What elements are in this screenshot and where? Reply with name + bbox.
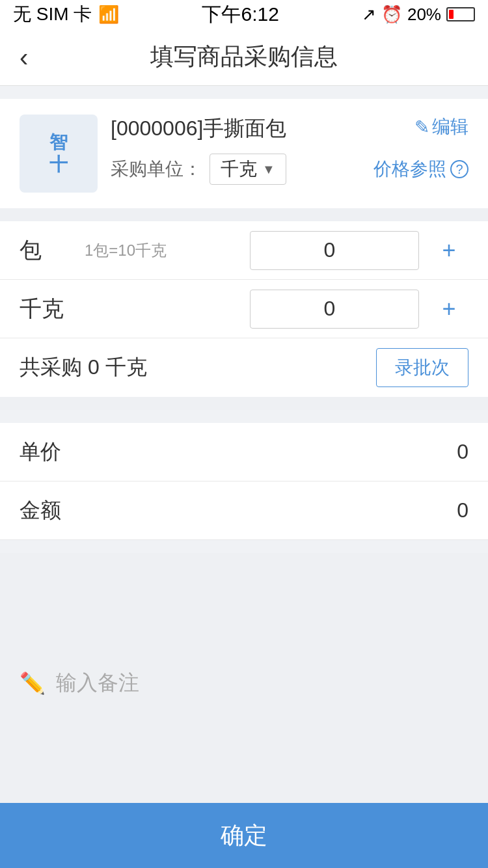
price-ref-help-icon: ? — [450, 160, 468, 178]
unit-price-row: 单价 0 — [0, 423, 488, 481]
status-right: ↗ ⏰ 20% — [362, 5, 475, 25]
page-title: 填写商品采购信息 — [150, 41, 338, 73]
battery-icon — [446, 7, 475, 21]
edit-label: 编辑 — [432, 115, 468, 139]
dropdown-arrow-icon: ▼ — [262, 162, 275, 177]
edit-button[interactable]: ✎ 编辑 — [414, 115, 468, 139]
price-ref-label: 价格参照 — [373, 157, 446, 182]
purchase-unit-left: 采购单位： 千克 ▼ — [111, 154, 286, 185]
amount-label: 金额 — [20, 496, 61, 525]
kg-plus-button[interactable]: + — [429, 290, 468, 329]
purchase-unit-row: 采购单位： 千克 ▼ 价格参照 ? — [111, 154, 468, 185]
pack-sublabel: 1包=10千克 — [85, 240, 237, 261]
back-button[interactable]: ‹ — [20, 44, 28, 70]
battery-percent: 20% — [407, 5, 441, 25]
carrier-text: 无 SIM 卡 — [13, 2, 92, 27]
unit-price-label: 单价 — [20, 438, 61, 467]
pack-input[interactable] — [250, 231, 419, 270]
section-divider-2 — [0, 397, 488, 410]
kg-input[interactable] — [250, 290, 419, 329]
location-icon: ↗ — [362, 5, 376, 25]
unit-value: 千克 — [221, 157, 257, 182]
note-section[interactable]: ✏️ 输入备注 — [0, 553, 488, 813]
amount-row: 金额 0 — [0, 481, 488, 540]
pack-plus-button[interactable]: + — [429, 231, 468, 270]
confirm-label: 确定 — [221, 820, 267, 852]
section-divider-1 — [0, 208, 488, 221]
pack-input-wrapper: + — [250, 231, 468, 270]
nav-bar: ‹ 填写商品采购信息 — [0, 29, 488, 86]
status-bar: 无 SIM 卡 📶 下午6:12 ↗ ⏰ 20% — [0, 0, 488, 29]
alarm-icon: ⏰ — [381, 5, 402, 25]
status-left: 无 SIM 卡 📶 — [13, 2, 119, 27]
product-logo: 智 十 — [49, 131, 68, 175]
pack-input-row: 包 1包=10千克 + — [0, 221, 488, 280]
confirm-button[interactable]: 确定 — [0, 803, 488, 868]
main-content: 智 十 [0000006]手撕面包 ✎ 编辑 采购单位： 千克 ▼ — [0, 99, 488, 868]
product-name-row: [0000006]手撕面包 ✎ 编辑 — [111, 115, 468, 143]
pack-label: 包 — [20, 236, 72, 265]
unit-selector[interactable]: 千克 ▼ — [210, 154, 286, 185]
unit-label: 采购单位： — [111, 157, 202, 182]
product-name: [0000006]手撕面包 — [111, 115, 286, 143]
kg-label: 千克 — [20, 294, 72, 324]
edit-icon: ✎ — [414, 116, 429, 138]
wifi-icon: 📶 — [98, 5, 119, 25]
amount-value: 0 — [457, 498, 468, 522]
pricing-section: 单价 0 金额 0 — [0, 423, 488, 540]
price-ref-button[interactable]: 价格参照 ? — [373, 157, 468, 182]
product-thumbnail: 智 十 — [20, 115, 98, 193]
kg-input-wrapper: + — [250, 290, 468, 329]
kg-input-row: 千克 + — [0, 280, 488, 338]
note-placeholder-text: 输入备注 — [56, 669, 139, 698]
batch-button[interactable]: 录批次 — [376, 348, 468, 387]
status-time: 下午6:12 — [202, 1, 278, 28]
total-row: 共采购 0 千克 录批次 — [0, 338, 488, 397]
note-pencil-icon: ✏️ — [20, 671, 46, 696]
product-card: 智 十 [0000006]手撕面包 ✎ 编辑 采购单位： 千克 ▼ — [0, 99, 488, 208]
input-section: 包 1包=10千克 + 千克 + — [0, 221, 488, 338]
product-info: [0000006]手撕面包 ✎ 编辑 采购单位： 千克 ▼ 价格参照 — [111, 115, 468, 185]
total-text: 共采购 0 千克 — [20, 353, 147, 382]
unit-price-value: 0 — [457, 440, 468, 464]
